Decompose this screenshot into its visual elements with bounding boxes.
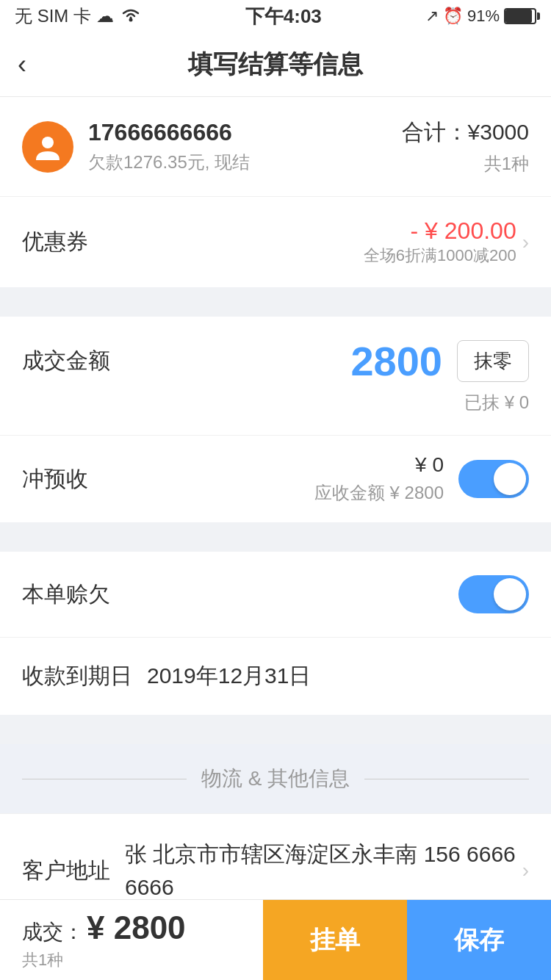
sim-status: 无 SIM 卡 ☁: [15, 4, 114, 28]
address-chevron-icon: ›: [522, 859, 529, 882]
coupon-label: 优惠券: [22, 227, 88, 257]
user-phone: 17666666666: [88, 119, 250, 146]
back-button[interactable]: ‹: [18, 49, 26, 80]
precollect-label: 冲预收: [22, 464, 88, 494]
hang-button[interactable]: 挂单: [263, 900, 407, 981]
address-label: 客户地址: [22, 856, 110, 886]
battery-percent: 91%: [467, 7, 500, 26]
wifi-icon: [120, 6, 142, 26]
address-value: 张 北京市市辖区海淀区永丰南 156 6666 6666: [125, 837, 522, 904]
logistics-line-right: [364, 779, 529, 779]
precollect-toggle[interactable]: [458, 460, 529, 498]
deal-label: 成交：: [22, 918, 84, 946]
user-card: 17666666666 欠款1276.35元, 现结 合计：¥3000 共1种 …: [0, 97, 551, 287]
coupon-right: - ¥ 200.00 全场6折满1000减200 ›: [364, 217, 529, 267]
amount-card: 成交金额 2800 抹零 已抹 ¥ 0 冲预收 ¥ 0 应收金额 ¥ 2800: [0, 317, 551, 522]
coupon-amount: - ¥ 200.00: [364, 217, 516, 245]
amount-sub: 已抹 ¥ 0: [22, 391, 529, 414]
date-row: 收款到期日 2019年12月31日: [0, 637, 551, 715]
logistics-line-left: [22, 779, 187, 779]
debt-toggle-thumb: [494, 578, 526, 610]
user-right: 合计：¥3000 共1种: [402, 118, 529, 176]
page-title: 填写结算等信息: [188, 48, 363, 82]
bottom-bar: 成交： ¥ 2800 共1种 挂单 保存: [0, 899, 551, 980]
status-left: 无 SIM 卡 ☁: [15, 4, 142, 28]
deal-amount: ¥ 2800: [87, 909, 186, 946]
section-divider-1: [0, 302, 551, 317]
user-left: 17666666666 欠款1276.35元, 现结: [22, 119, 250, 174]
user-sub-text: 欠款1276.35元, 现结: [88, 151, 250, 174]
deal-count: 共1种: [22, 949, 241, 971]
amount-row: 成交金额 2800 抹零: [22, 337, 529, 385]
alarm-icon: ⏰: [443, 7, 463, 26]
precollect-row: 冲预收 ¥ 0 应收金额 ¥ 2800: [0, 435, 551, 522]
amount-label: 成交金额: [22, 346, 110, 376]
save-button[interactable]: 保存: [407, 900, 551, 981]
date-value: 2019年12月31日: [147, 661, 311, 691]
user-total: 合计：¥3000: [402, 118, 529, 148]
status-right: ↗ ⏰ 91%: [425, 7, 536, 26]
precollect-values: ¥ 0 应收金额 ¥ 2800: [314, 453, 444, 505]
debt-row: 本单赊欠: [0, 552, 551, 637]
section-divider-2: [0, 537, 551, 552]
toggle-thumb: [494, 463, 526, 495]
nav-bar: ‹ 填写结算等信息: [0, 32, 551, 97]
coupon-desc: 全场6折满1000减200: [364, 245, 516, 267]
main-content: 17666666666 欠款1276.35元, 现结 合计：¥3000 共1种 …: [0, 97, 551, 980]
avatar: [22, 121, 73, 173]
status-time: 下午4:03: [245, 4, 322, 29]
round-button[interactable]: 抹零: [457, 340, 529, 382]
coupon-chevron-icon: ›: [522, 231, 529, 254]
section-divider-3: [0, 729, 551, 744]
user-row: 17666666666 欠款1276.35元, 现结 合计：¥3000 共1种: [0, 97, 551, 196]
svg-point-0: [129, 18, 132, 22]
bottom-summary: 成交： ¥ 2800 共1种: [0, 909, 263, 971]
location-icon: ↗: [425, 7, 439, 26]
amount-section: 成交金额 2800 抹零 已抹 ¥ 0: [0, 317, 551, 435]
logistics-label: 物流 & 其他信息: [201, 765, 350, 793]
amount-value-block: 2800 抹零: [350, 337, 529, 385]
svg-point-1: [42, 137, 54, 148]
user-count: 共1种: [402, 152, 529, 176]
date-label: 收款到期日: [22, 661, 132, 691]
user-info: 17666666666 欠款1276.35元, 现结: [88, 119, 250, 174]
debt-label: 本单赊欠: [22, 580, 110, 610]
debt-toggle[interactable]: [458, 575, 529, 613]
amount-number: 2800: [350, 337, 442, 385]
logistics-header: 物流 & 其他信息: [0, 744, 551, 813]
status-bar: 无 SIM 卡 ☁ 下午4:03 ↗ ⏰ 91%: [0, 0, 551, 32]
coupon-row[interactable]: 优惠券 - ¥ 200.00 全场6折满1000减200 ›: [0, 196, 551, 287]
battery-icon: [504, 8, 536, 24]
debt-card: 本单赊欠 收款到期日 2019年12月31日: [0, 552, 551, 715]
precollect-amount: ¥ 0: [314, 453, 444, 477]
precollect-desc: 应收金额 ¥ 2800: [314, 481, 444, 505]
precollect-right: ¥ 0 应收金额 ¥ 2800: [314, 453, 529, 505]
